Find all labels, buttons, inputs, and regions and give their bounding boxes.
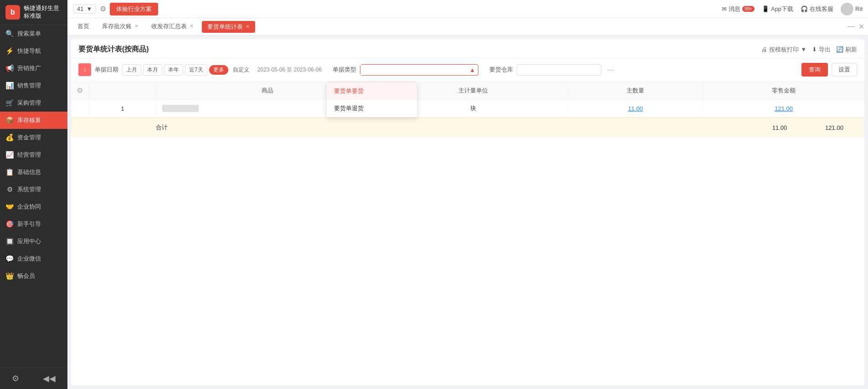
- custom-date-button[interactable]: 自定义: [230, 65, 252, 75]
- tab-order-summary-close[interactable]: ✕: [246, 24, 250, 30]
- message-icon: ✉: [722, 5, 727, 12]
- page-actions: 🖨 按模板打印 ▼ ⬇ 导出 🔄 刷新: [761, 46, 857, 54]
- appcenter-icon: 🔲: [5, 237, 14, 246]
- sidebar-item-search[interactable]: 🔍 搜索菜单: [0, 25, 67, 42]
- sidebar-item-appcenter[interactable]: 🔲 应用中心: [0, 233, 67, 250]
- dropdown-item-order-goods[interactable]: 要货单要货: [327, 82, 417, 100]
- tab-inventory-label: 库存批次账: [102, 22, 132, 31]
- td-index: 1: [89, 100, 157, 118]
- tabs-bar: 首页 库存批次账 ✕ 收发存汇总表 ✕ 要货单统计表 ✕ — ✕: [67, 18, 868, 36]
- tab-inventory[interactable]: 库存批次账 ✕: [96, 19, 145, 35]
- sidebar-label-vip: 畅会员: [17, 272, 35, 280]
- sidebar-item-finance[interactable]: 💰 资金管理: [0, 129, 67, 146]
- sidebar-item-marketing[interactable]: 📢 营销推广: [0, 60, 67, 77]
- export-button[interactable]: ⬇ 导出: [812, 46, 831, 54]
- selector-chevron-icon: ▼: [86, 5, 92, 12]
- marketing-icon: 📢: [5, 64, 14, 72]
- sidebar-label-enterprise: 企业协同: [17, 203, 41, 211]
- sidebar-label-operations: 经营管理: [17, 151, 41, 159]
- topbar-left: 41 ▼ ⚙ 体验行业方案: [73, 3, 158, 15]
- filter-more-icon[interactable]: ···: [607, 65, 614, 75]
- sidebar-item-enterprise[interactable]: 🤝 企业协同: [0, 198, 67, 215]
- voucher-type-label: 单据类型: [333, 66, 356, 74]
- messages-button[interactable]: ✉ 消息 99+: [722, 5, 755, 13]
- trial-button[interactable]: 体验行业方案: [110, 3, 158, 15]
- page-title-bar: 要货单统计表(按商品) 🖨 按模板打印 ▼ ⬇ 导出 🔄 刷新: [71, 39, 864, 58]
- filter-expand-button[interactable]: ›: [78, 63, 91, 76]
- tabs-minimize-icon[interactable]: —: [847, 22, 855, 31]
- settings-gear-icon[interactable]: ⚙: [100, 5, 106, 13]
- sidebar-label-appcenter: 应用中心: [17, 237, 41, 246]
- query-button[interactable]: 查询: [801, 63, 828, 77]
- sidebar-label-procurement: 采购管理: [17, 99, 41, 107]
- refresh-button[interactable]: 🔄 刷新: [836, 46, 857, 54]
- more-dates-button[interactable]: 更多: [209, 65, 228, 75]
- sidebar-item-system[interactable]: ⚙ 系统管理: [0, 181, 67, 198]
- filter-bar: › 单据日期 上月 本月 本年 近7天 更多 自定义 2023-05-06 至 …: [71, 58, 864, 82]
- sidebar-item-sales[interactable]: 📊 销售管理: [0, 77, 67, 94]
- operations-icon: 📈: [5, 151, 14, 159]
- last-month-button[interactable]: 上月: [122, 64, 141, 76]
- tab-home[interactable]: 首页: [71, 19, 96, 35]
- export-label: 导出: [819, 46, 831, 54]
- date-range-display: 2023-05-06 至 2023-06-06: [257, 66, 322, 74]
- sidebar-label-finance: 资金管理: [17, 133, 41, 142]
- tab-collection[interactable]: 收发存汇总表 ✕: [145, 19, 200, 35]
- headset-icon: 🎧: [801, 5, 808, 12]
- tab-inventory-close[interactable]: ✕: [134, 23, 139, 29]
- tab-order-summary-label: 要货单统计表: [207, 23, 243, 31]
- refresh-label: 刷新: [845, 46, 857, 54]
- this-month-button[interactable]: 本月: [143, 64, 162, 76]
- amount-link[interactable]: 121.00: [775, 105, 793, 112]
- last-7days-button[interactable]: 近7天: [185, 64, 207, 76]
- export-icon: ⬇: [812, 46, 817, 53]
- print-button[interactable]: 🖨 按模板打印 ▼: [761, 46, 806, 54]
- sidebar-settings-button[interactable]: ⚙: [10, 372, 21, 385]
- page-title: 要货单统计表(按商品): [78, 45, 149, 54]
- sidebar-item-procurement[interactable]: 🛒 采购管理: [0, 94, 67, 112]
- sidebar-item-operations[interactable]: 📈 经营管理: [0, 146, 67, 164]
- online-service-button[interactable]: 🎧 在线客服: [801, 5, 833, 13]
- guide-icon: 🎯: [5, 220, 14, 228]
- sidebar-item-wechat[interactable]: 💬 企业微信: [0, 250, 67, 267]
- inventory-icon: 📦: [5, 116, 14, 124]
- sidebar-item-vip[interactable]: 👑 畅会员: [0, 267, 67, 285]
- sidebar-collapse-button[interactable]: ◀◀: [41, 372, 57, 385]
- dropdown-item-order-return[interactable]: 要货单退货: [327, 100, 417, 117]
- table-gear-icon[interactable]: ⚙: [77, 87, 83, 94]
- tab-collection-close[interactable]: ✕: [190, 23, 194, 29]
- date-shortcuts: 上月 本月 本年 近7天 更多 自定义: [122, 64, 252, 76]
- app-sub: 标准版: [24, 12, 59, 20]
- refresh-icon: 🔄: [836, 46, 843, 53]
- app-download-button[interactable]: 📱 App下载: [762, 5, 793, 13]
- shortcuts-icon: ⚡: [5, 47, 14, 55]
- company-selector[interactable]: 41 ▼: [73, 4, 96, 14]
- footer-total-amount: 121.00: [812, 124, 857, 131]
- warehouse-input[interactable]: [517, 64, 601, 76]
- quantity-link[interactable]: 11.00: [628, 105, 643, 112]
- voucher-type-chevron[interactable]: ▲: [467, 67, 478, 73]
- tabs-close-icon[interactable]: ✕: [858, 22, 864, 31]
- sidebar-label-sales: 销售管理: [17, 82, 41, 90]
- settings-button[interactable]: 设置: [832, 63, 857, 77]
- this-year-button[interactable]: 本年: [164, 64, 183, 76]
- table-row: 1 块 11.00 121.00: [71, 100, 864, 118]
- sidebar-item-inventory[interactable]: 📦 库存核算: [0, 112, 67, 129]
- system-icon: ⚙: [5, 185, 14, 194]
- user-avatar-button[interactable]: Rit: [841, 3, 863, 15]
- search-icon: 🔍: [5, 30, 14, 38]
- app-download-icon: 📱: [762, 5, 769, 12]
- sidebar-label-marketing: 营销推广: [17, 64, 41, 72]
- logo-icon: b: [5, 5, 20, 20]
- sidebar-item-shortcuts[interactable]: ⚡ 快捷导航: [0, 42, 67, 60]
- date-label: 单据日期: [95, 66, 118, 74]
- sidebar-logo: b 畅捷通好生意 标准版: [0, 0, 67, 25]
- sidebar-item-guide[interactable]: 🎯 新手引导: [0, 215, 67, 233]
- sidebar-item-basicinfo[interactable]: 📋 基础信息: [0, 164, 67, 181]
- data-table: ⚙ 商品 主计量单位 主数量 零售金额 1: [71, 82, 864, 118]
- voucher-type-input[interactable]: [360, 65, 467, 75]
- basicinfo-icon: 📋: [5, 168, 14, 176]
- tab-order-summary[interactable]: 要货单统计表 ✕: [202, 21, 255, 33]
- enterprise-icon: 🤝: [5, 203, 14, 211]
- finance-icon: 💰: [5, 133, 14, 142]
